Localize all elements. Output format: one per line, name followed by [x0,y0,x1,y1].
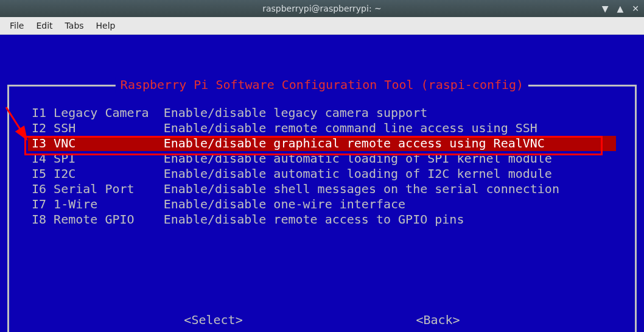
menu-file[interactable]: File [4,18,30,33]
menu-help[interactable]: Help [90,18,122,33]
minimize-icon[interactable]: ▼ [602,4,609,13]
option-row-i3[interactable]: I3 VNC Enable/disable graphical remote a… [28,136,616,151]
menu-tabs[interactable]: Tabs [59,18,90,33]
menubar: File Edit Tabs Help [0,17,644,35]
option-row-i8[interactable]: I8 Remote GPIO Enable/disable remote acc… [28,212,616,227]
select-button[interactable]: <Select> [184,313,242,328]
dialog-buttons: <Select> <Back> [0,313,644,328]
option-row-i5[interactable]: I5 I2C Enable/disable automatic loading … [28,166,616,182]
window-controls: ▼ ▲ ✕ [602,0,639,17]
titlebar: raspberrypi@raspberrypi: ~ ▼ ▲ ✕ [0,0,644,17]
close-icon[interactable]: ✕ [632,4,639,13]
back-button[interactable]: <Back> [416,313,460,328]
maximize-icon[interactable]: ▲ [617,4,623,13]
option-row-i7[interactable]: I7 1-Wire Enable/disable one-wire interf… [28,197,616,212]
option-row-i6[interactable]: I6 Serial Port Enable/disable shell mess… [28,182,616,197]
option-row-i1[interactable]: I1 Legacy Camera Enable/disable legacy c… [28,105,616,121]
option-row-i4[interactable]: I4 SPI Enable/disable automatic loading … [28,151,616,166]
window-title: raspberrypi@raspberrypi: ~ [262,4,382,13]
terminal[interactable]: Raspberry Pi Software Configuration Tool… [0,35,644,332]
options-list: I1 Legacy Camera Enable/disable legacy c… [28,105,616,227]
option-row-i2[interactable]: I2 SSH Enable/disable remote command lin… [28,121,616,136]
dialog-title: Raspberry Pi Software Configuration Tool… [116,77,528,93]
menu-edit[interactable]: Edit [30,18,58,33]
